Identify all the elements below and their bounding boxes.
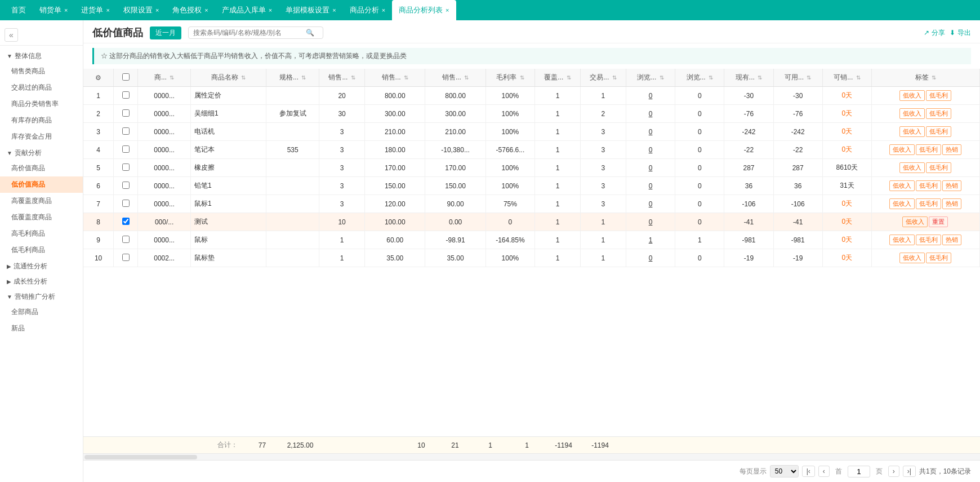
row-checkbox[interactable] <box>122 254 130 261</box>
sidebar-section-circulation[interactable]: ▶流通性分析 <box>0 258 83 273</box>
sidebar-item-low-coverage[interactable]: 低覆盖度商品 <box>0 209 83 225</box>
browse1-link[interactable]: 0 <box>649 128 653 136</box>
row-avg-price: 150.00 <box>425 177 485 195</box>
browse1-link[interactable]: 1 <box>649 236 653 244</box>
row-profit: 100% <box>485 123 534 141</box>
row-checkbox[interactable] <box>122 182 130 189</box>
close-purchase-order[interactable]: × <box>106 7 109 14</box>
first-page-btn[interactable]: |‹ <box>802 466 815 477</box>
tag-低毛利: 低毛利 <box>926 90 951 101</box>
sidebar-item-high-value[interactable]: 高价值商品 <box>0 160 83 176</box>
browse1-link[interactable]: 0 <box>649 110 653 118</box>
share-btn[interactable]: ↗ 分享 <box>924 28 945 38</box>
date-filter-btn[interactable]: 近一月 <box>150 26 181 39</box>
sidebar-item-all-products[interactable]: 全部商品 <box>0 304 83 320</box>
page-input[interactable] <box>848 466 870 477</box>
pagination: 每页显示 50 100 200 |‹ ‹ 首 页 › ›| 共1页，10条记录 <box>83 460 980 482</box>
sidebar-item-in-stock[interactable]: 有库存的商品 <box>0 112 83 129</box>
row-checkbox[interactable] <box>122 163 130 171</box>
close-product-analysis[interactable]: × <box>382 7 385 14</box>
tag-低收入: 低收入 <box>899 126 925 137</box>
horizontal-scrollbar[interactable] <box>83 453 980 460</box>
th-num: ⚙ <box>83 69 114 87</box>
row-profit: 75% <box>485 195 534 213</box>
close-product-instock[interactable]: × <box>269 7 272 14</box>
row-sellable: 0天 <box>822 231 871 249</box>
row-checkbox[interactable] <box>122 127 130 135</box>
search-input[interactable] <box>193 29 306 37</box>
row-browse1-cell: 0 <box>626 213 675 231</box>
nav-role-auth[interactable]: 角色授权 × <box>166 0 215 20</box>
sidebar-item-high-coverage[interactable]: 高覆盖度商品 <box>0 193 83 209</box>
sidebar-item-stock-capital[interactable]: 库存资金占用 <box>0 129 83 145</box>
row-coverage: 1 <box>535 195 581 213</box>
tag-低毛利: 低毛利 <box>916 144 941 155</box>
row-checkbox-cell <box>114 249 138 267</box>
row-avail: 287 <box>773 159 822 177</box>
browse1-link[interactable]: 0 <box>649 92 653 100</box>
sidebar-section-contribution[interactable]: ▼贡献分析 <box>0 145 83 160</box>
sidebar-item-traded[interactable]: 交易过的商品 <box>0 79 83 96</box>
row-checkbox[interactable] <box>122 218 130 225</box>
info-icon: ☆ <box>101 52 108 60</box>
close-sales-order[interactable]: × <box>64 7 68 14</box>
browse1-link[interactable]: 0 <box>649 254 653 262</box>
browse1-link[interactable]: 0 <box>649 218 653 226</box>
row-checkbox[interactable] <box>122 236 130 243</box>
next-page-btn[interactable]: › <box>888 466 899 477</box>
sidebar-item-low-profit[interactable]: 低毛利商品 <box>0 242 83 258</box>
table-container[interactable]: ⚙ 商... ⇅ 商品名称 ⇅ 规格... ⇅ 销售... ⇅ 销售... ⇅ … <box>83 69 980 436</box>
sidebar-item-high-profit[interactable]: 高毛利商品 <box>0 225 83 242</box>
row-current: 36 <box>724 177 773 195</box>
browse1-link[interactable]: 0 <box>649 200 653 208</box>
row-checkbox-cell <box>114 231 138 249</box>
row-checkbox[interactable] <box>122 145 130 153</box>
prev-page-btn[interactable]: ‹ <box>818 466 830 477</box>
nav-permission[interactable]: 权限设置 × <box>117 0 166 20</box>
nav-product-analysis[interactable]: 商品分析 × <box>343 0 392 20</box>
sidebar-item-category-rate[interactable]: 商品分类销售率 <box>0 96 83 112</box>
th-profit: 毛利率 ⇅ <box>485 69 534 87</box>
export-btn[interactable]: ⬇ 导出 <box>950 28 971 38</box>
close-role-auth[interactable]: × <box>204 7 208 14</box>
browse1-link[interactable]: 0 <box>649 182 653 190</box>
table-row: 6 0000... 铅笔1 3 150.00 150.00 100% 1 3 0… <box>83 177 980 195</box>
search-icon[interactable]: 🔍 <box>306 29 314 37</box>
last-page-btn[interactable]: ›| <box>903 466 916 477</box>
row-sale-amt: 180.00 <box>365 141 425 159</box>
sidebar-item-new-products[interactable]: 新品 <box>0 320 83 337</box>
nav-purchase-order[interactable]: 进货单 × <box>74 0 116 20</box>
nav-template-settings[interactable]: 单据模板设置 × <box>279 0 342 20</box>
table-row: 5 0000... 橡皮擦 3 170.00 170.00 100% 1 3 0… <box>83 159 980 177</box>
close-product-analysis-list[interactable]: × <box>446 7 449 14</box>
sidebar-section-overall[interactable]: ▼整体信息 <box>0 48 83 63</box>
row-checkbox[interactable] <box>122 91 130 99</box>
row-browse1-cell: 0 <box>626 123 675 141</box>
per-page-select[interactable]: 50 100 200 <box>770 465 799 477</box>
row-checkbox[interactable] <box>122 200 130 207</box>
close-permission[interactable]: × <box>155 7 159 14</box>
row-browse2: 0 <box>675 87 724 105</box>
sidebar-section-growth[interactable]: ▶成长性分析 <box>0 273 83 289</box>
browse1-link[interactable]: 0 <box>649 146 653 154</box>
sidebar-collapse-btn[interactable]: « <box>5 28 18 42</box>
select-all-checkbox[interactable] <box>122 73 130 81</box>
row-txn: 1 <box>580 231 626 249</box>
settings-icon[interactable]: ⚙ <box>95 74 101 82</box>
nav-product-instock[interactable]: 产成品入库单 × <box>215 0 279 20</box>
sidebar-section-marketing[interactable]: ▼营销推广分析 <box>0 289 83 304</box>
row-checkbox-cell <box>114 195 138 213</box>
sidebar-item-sales-category[interactable]: 销售类商品 <box>0 63 83 79</box>
nav-home[interactable]: 首页 <box>5 0 33 20</box>
row-checkbox[interactable] <box>122 109 130 117</box>
sidebar-item-low-value[interactable]: 低价值商品 <box>0 176 83 193</box>
close-template-settings[interactable]: × <box>332 7 336 14</box>
row-sellable: 0天 <box>822 123 871 141</box>
browse1-link[interactable]: 0 <box>649 164 653 172</box>
summary-coverage: 10 <box>404 441 438 449</box>
row-name: 鼠标1 <box>191 195 266 213</box>
export-icon: ⬇ <box>950 29 955 37</box>
row-current: -22 <box>724 141 773 159</box>
nav-sales-order[interactable]: 销货单 × <box>33 0 74 20</box>
nav-product-analysis-list[interactable]: 商品分析列表 × <box>392 0 456 20</box>
